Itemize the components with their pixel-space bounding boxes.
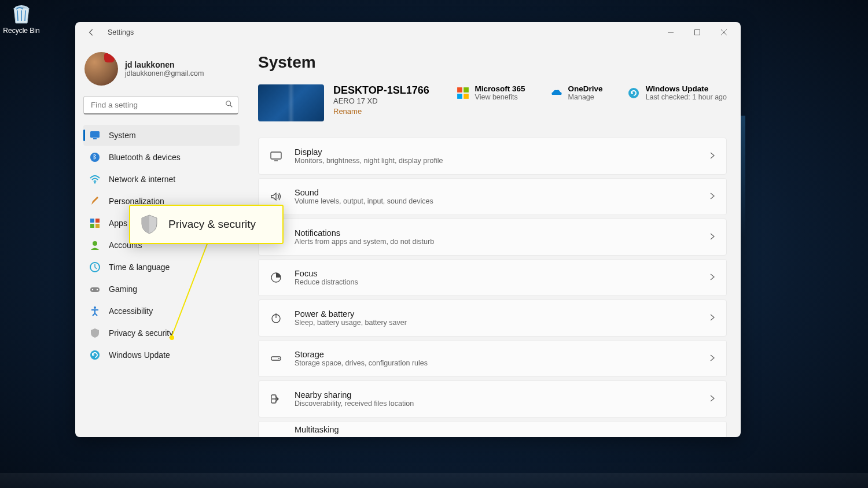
status-onedrive[interactable]: OneDrive Manage [550, 84, 603, 101]
chevron-right-icon [709, 272, 716, 283]
setting-title: Sound [295, 188, 433, 197]
chevron-right-icon [709, 232, 716, 242]
monitor-icon [89, 130, 101, 141]
status-m365[interactable]: Microsoft 365 View benefits [457, 84, 525, 101]
search-input[interactable] [91, 101, 225, 109]
sidebar-item-label: System [109, 131, 136, 140]
share-icon [269, 392, 283, 406]
system-top-row: DESKTOP-1SL1766 AERO 17 XD Rename Micros… [258, 84, 727, 121]
accessibility-icon [89, 305, 101, 317]
back-button[interactable] [83, 24, 100, 40]
setting-row-display[interactable]: Display Monitors, brightness, night ligh… [258, 138, 727, 175]
sidebar-item-label: Network & internet [109, 175, 175, 184]
multitask-icon [269, 423, 283, 437]
callout-anchor-dot [170, 335, 174, 340]
setting-title: Notifications [295, 228, 434, 238]
setting-row-focus[interactable]: Focus Reduce distractions [258, 259, 727, 296]
window-controls [657, 24, 737, 41]
sidebar-item-network[interactable]: Network & internet [83, 169, 240, 190]
search-icon [225, 100, 233, 110]
svg-rect-8 [90, 219, 94, 223]
setting-row-storage[interactable]: Storage Storage space, drives, configura… [258, 340, 727, 377]
device-name: DESKTOP-1SL1766 [333, 84, 429, 97]
svg-rect-11 [95, 224, 100, 228]
setting-row-power[interactable]: Power & battery Sleep, battery usage, ba… [258, 300, 727, 337]
svg-point-16 [97, 289, 98, 290]
shield-icon [141, 215, 158, 234]
clock-globe-icon [89, 261, 101, 273]
sidebar-item-label: Bluetooth & devices [109, 153, 181, 162]
gamepad-icon [89, 283, 101, 295]
setting-row-nearby-sharing[interactable]: Nearby sharing Discoverability, received… [258, 380, 727, 417]
storage-icon [269, 352, 283, 365]
sidebar-item-privacy-security[interactable]: Privacy & security [83, 323, 240, 343]
sidebar-item-system[interactable]: System [83, 125, 240, 146]
profile-email: jdlaukkonen@gmail.com [125, 69, 204, 77]
setting-sub: Alerts from apps and system, do not dist… [295, 238, 434, 246]
status-sub: View benefits [475, 93, 525, 101]
device-model: AERO 17 XD [333, 97, 429, 105]
sound-icon [269, 190, 283, 204]
chevron-right-icon [709, 313, 716, 323]
sidebar-item-label: Privacy & security [109, 328, 173, 338]
rename-link[interactable]: Rename [333, 107, 362, 116]
onedrive-icon [550, 87, 562, 99]
display-icon [269, 149, 283, 163]
close-button[interactable] [711, 24, 737, 41]
status-sub: Manage [568, 93, 603, 101]
setting-title: Storage [295, 350, 428, 359]
window-title: Settings [108, 28, 134, 36]
search-box[interactable] [83, 96, 238, 114]
svg-line-3 [230, 105, 233, 107]
sidebar-item-windows-update[interactable]: Windows Update [83, 345, 240, 365]
sidebar-item-label: Time & language [109, 263, 170, 272]
device-box: DESKTOP-1SL1766 AERO 17 XD Rename [258, 84, 429, 121]
setting-title: Display [295, 147, 443, 157]
update-icon [89, 349, 101, 361]
sidebar-nav: System Bluetooth & devices Network & int… [83, 125, 240, 365]
setting-sub: Sleep, battery usage, battery saver [295, 319, 407, 327]
focus-icon [269, 271, 283, 284]
chevron-right-icon [709, 353, 716, 364]
settings-list: Display Monitors, brightness, night ligh… [258, 138, 727, 437]
sidebar-item-time-language[interactable]: Time & language [83, 257, 240, 278]
minimize-button[interactable] [657, 24, 684, 41]
recycle-bin-label: Recycle Bin [1, 27, 42, 35]
chevron-right-icon [709, 151, 716, 161]
setting-row-multitasking[interactable]: Multitasking [258, 421, 727, 437]
callout-privacy-security: Privacy & security [129, 205, 284, 244]
sidebar-item-gaming[interactable]: Gaming [83, 279, 240, 300]
main-content: System DESKTOP-1SL1766 AERO 17 XD Rename… [244, 43, 741, 437]
svg-rect-21 [457, 94, 462, 99]
microsoft-365-icon [457, 87, 469, 99]
sidebar-item-bluetooth[interactable]: Bluetooth & devices [83, 147, 240, 168]
status-windows-update[interactable]: Windows Update Last checked: 1 hour ago [627, 84, 727, 101]
setting-sub: Discoverability, received files location [295, 400, 414, 408]
titlebar: Settings [75, 22, 741, 43]
setting-title: Power & battery [295, 309, 407, 319]
status-sub: Last checked: 1 hour ago [646, 93, 727, 101]
sidebar-item-label: Accessibility [109, 306, 153, 316]
svg-rect-1 [695, 30, 700, 35]
setting-row-sound[interactable]: Sound Volume levels, output, input, soun… [258, 178, 727, 215]
maximize-button[interactable] [684, 24, 711, 41]
svg-point-17 [94, 306, 96, 309]
svg-point-18 [90, 350, 100, 360]
sidebar-item-accessibility[interactable]: Accessibility [83, 301, 240, 321]
setting-row-notifications[interactable]: Notifications Alerts from apps and syste… [258, 219, 727, 256]
svg-rect-14 [90, 287, 100, 292]
svg-point-7 [94, 182, 96, 184]
taskbar[interactable] [0, 473, 868, 488]
shield-icon [89, 327, 101, 339]
svg-point-23 [628, 88, 639, 98]
apps-icon [89, 217, 101, 229]
svg-rect-9 [95, 219, 100, 223]
setting-title: Multitasking [295, 425, 339, 434]
power-icon [269, 311, 283, 325]
device-thumbnail [258, 84, 324, 121]
setting-sub: Monitors, brightness, night light, displ… [295, 157, 443, 165]
recycle-bin-desktop-icon[interactable]: Recycle Bin [1, 1, 42, 35]
chevron-right-icon [709, 394, 716, 404]
profile-block[interactable]: jd laukkonen jdlaukkonen@gmail.com [83, 45, 240, 96]
svg-rect-19 [457, 87, 462, 93]
